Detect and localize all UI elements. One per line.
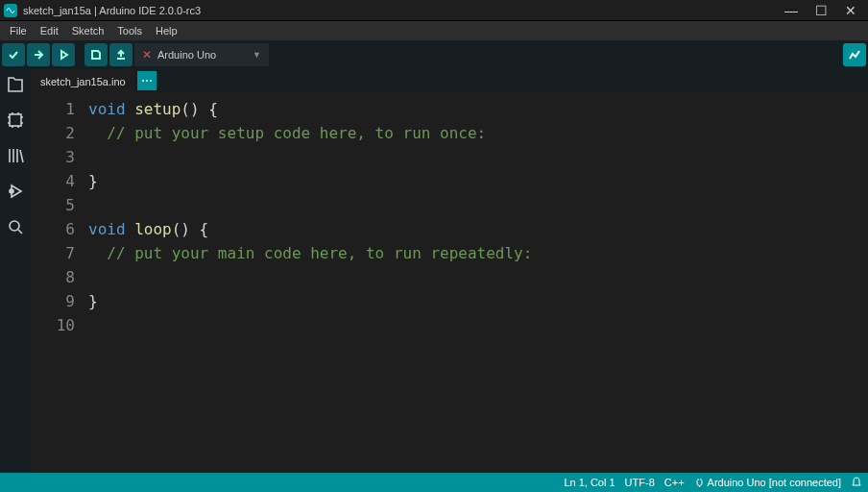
menu-edit[interactable]: Edit <box>35 23 64 38</box>
search-icon[interactable] <box>6 217 25 239</box>
close-button[interactable]: ✕ <box>845 4 856 17</box>
activity-bar <box>0 69 31 473</box>
tabs-overflow-button[interactable]: ⋯ <box>137 71 157 90</box>
tabs-row: sketch_jan15a.ino ⋯ <box>31 69 868 92</box>
menubar: FileEditSketchToolsHelp <box>0 21 868 40</box>
code-content[interactable]: void setup() { // put your setup code he… <box>88 92 868 473</box>
titlebar: sketch_jan15a | Arduino IDE 2.0.0-rc3 — … <box>0 0 868 21</box>
menu-help[interactable]: Help <box>150 23 183 38</box>
board-selector[interactable]: ✕ Arduino Uno ▼ <box>134 43 269 66</box>
line-gutter: 12345678910 <box>31 92 88 473</box>
maximize-button[interactable]: ☐ <box>815 4 828 17</box>
file-tab[interactable]: sketch_jan15a.ino <box>31 69 135 92</box>
debug-icon[interactable] <box>6 182 25 204</box>
plug-icon <box>694 478 705 488</box>
board-status[interactable]: Arduino Uno [not connected] <box>694 477 841 488</box>
code-editor[interactable]: 12345678910 void setup() { // put your s… <box>31 92 868 473</box>
toolbar: ✕ Arduino Uno ▼ <box>0 40 868 69</box>
new-button[interactable] <box>84 43 108 66</box>
editor-region: sketch_jan15a.ino ⋯ 12345678910 void set… <box>31 69 868 473</box>
board-name: Arduino Uno <box>157 49 243 61</box>
chevron-down-icon: ▼ <box>253 50 261 60</box>
arduino-app-icon <box>4 4 17 17</box>
serial-plotter-button[interactable] <box>843 43 866 66</box>
cursor-position[interactable]: Ln 1, Col 1 <box>564 477 615 488</box>
menu-sketch[interactable]: Sketch <box>66 23 110 38</box>
save-button[interactable] <box>109 43 133 66</box>
language-mode[interactable]: C++ <box>664 477 685 488</box>
library-manager-icon[interactable] <box>6 146 25 168</box>
svg-point-2 <box>10 221 19 231</box>
sketchbook-icon[interactable] <box>6 75 25 97</box>
statusbar: Ln 1, Col 1 UTF-8 C++ Arduino Uno [not c… <box>0 473 868 492</box>
workarea: sketch_jan15a.ino ⋯ 12345678910 void set… <box>0 69 868 473</box>
upload-button[interactable] <box>27 43 50 66</box>
svg-rect-0 <box>10 114 21 126</box>
verify-button[interactable] <box>2 43 25 66</box>
menu-tools[interactable]: Tools <box>111 23 148 38</box>
window-title: sketch_jan15a | Arduino IDE 2.0.0-rc3 <box>23 5 784 16</box>
svg-point-1 <box>10 189 13 193</box>
menu-file[interactable]: File <box>4 23 33 38</box>
board-disconnected-icon: ✕ <box>142 48 152 62</box>
debug-button[interactable] <box>52 43 75 66</box>
minimize-button[interactable]: — <box>784 4 798 17</box>
notifications-icon[interactable] <box>851 477 862 488</box>
encoding[interactable]: UTF-8 <box>625 477 655 488</box>
boards-manager-icon[interactable] <box>6 111 25 133</box>
